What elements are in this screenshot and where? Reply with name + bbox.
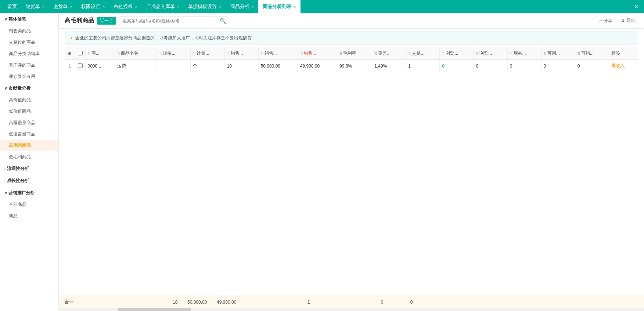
col-tag[interactable]: 标签	[609, 47, 638, 60]
sidebar-item-all-goods[interactable]: 全部商品	[0, 199, 58, 210]
sidebar-group-liquidity[interactable]: › 流通性分析	[0, 163, 58, 175]
sidebar-item-category-sales-rate[interactable]: 商品分类助销率	[0, 48, 58, 59]
nav-product-analysis[interactable]: 商品分析 ×	[226, 0, 258, 13]
sidebar-item-high-coverage[interactable]: 高覆盖量商品	[0, 117, 58, 129]
close-purchase-order[interactable]: ×	[70, 4, 72, 9]
horizontal-scrollbar[interactable]	[59, 308, 644, 311]
sidebar-group-growth[interactable]: › 成长性分析	[0, 175, 58, 187]
sidebar-group-marketing[interactable]: ∨ 营销推广分析	[0, 187, 58, 199]
col-unit[interactable]: ⇅计量...	[191, 47, 224, 60]
share-button[interactable]: ↗ 分享	[596, 16, 615, 25]
col-sales1[interactable]: ⇅销售...	[224, 47, 258, 60]
col-sellable[interactable]: ⇅可销...	[575, 47, 609, 60]
col-gross-rate[interactable]: ⇅毛利率	[337, 47, 372, 60]
sidebar-item-traded-goods[interactable]: 交易过的商品	[0, 37, 58, 48]
row-current: 0	[507, 60, 541, 72]
select-all-checkbox[interactable]	[78, 51, 83, 55]
close-sales-order[interactable]: ×	[42, 4, 44, 9]
time-range-button[interactable]: 近一月	[97, 17, 116, 25]
content-area: 高毛利商品 近一月 🔍 ↗ 分享 ⬇ 导出 ✦ 企业的主要的利润都是这部分商品创…	[59, 13, 644, 311]
arrow-contribution-icon: ∨	[4, 86, 7, 90]
row-coverage: 1.49%	[372, 60, 406, 72]
page-title: 高毛利商品	[65, 17, 94, 25]
close-product-analysis[interactable]: ×	[252, 4, 254, 9]
export-button[interactable]: ⬇ 导出	[618, 16, 638, 25]
footer-transaction: 1	[283, 300, 313, 305]
sidebar-group-overall[interactable]: ∨ 整体信息	[0, 13, 58, 25]
col-sales3[interactable]: ⇅销售...	[298, 47, 337, 60]
sidebar: « ∨ 整体信息 销售类商品 交易过的商品 商品分类助销率 有库存的商品 库存资…	[0, 13, 59, 311]
footer-sales2: 50,000.00	[180, 300, 210, 305]
search-input[interactable]	[122, 18, 220, 23]
col-sales2[interactable]: ⇅销售...	[258, 47, 298, 60]
row-available: 0	[541, 60, 575, 72]
search-box: 🔍	[119, 17, 229, 25]
close-permission-settings[interactable]: ×	[102, 4, 105, 9]
col-name[interactable]: ⇅商品名称	[115, 47, 157, 60]
sidebar-item-stock-fund[interactable]: 库存资金占用	[0, 71, 58, 82]
row-unit: 个	[191, 60, 224, 72]
row-sales3: 49,900.00	[298, 60, 337, 72]
col-spec[interactable]: ⇅规格...	[157, 47, 191, 60]
table-header-row: ⚙ ⇅商... ⇅商品名称 ⇅规格... ⇅计量... ⇅销售... ⇅销售..…	[65, 47, 638, 60]
sidebar-item-new-goods[interactable]: 新品	[0, 210, 58, 222]
sidebar-group-contribution[interactable]: ∨ 贡献量分析	[0, 82, 58, 94]
scrollbar-thumb[interactable]	[118, 308, 191, 311]
row-name: 运费	[115, 60, 157, 72]
row-index: 1	[65, 60, 75, 72]
row-spec	[157, 60, 191, 72]
row-transaction: 1	[406, 60, 440, 72]
close-template-settings[interactable]: ×	[219, 4, 221, 9]
sidebar-item-high-margin[interactable]: 高毛利商品	[0, 140, 58, 151]
close-all-tabs[interactable]: ×	[632, 3, 641, 10]
close-product-analysis-list[interactable]: ×	[294, 4, 296, 9]
nav-product-analysis-list[interactable]: 商品分析列表 ×	[258, 0, 300, 13]
row-checkbox	[75, 60, 85, 72]
product-table: ⚙ ⇅商... ⇅商品名称 ⇅规格... ⇅计量... ⇅销售... ⇅销售..…	[65, 47, 638, 72]
nav-role-auth[interactable]: 角色授权 ×	[109, 0, 141, 13]
close-role-auth[interactable]: ×	[135, 4, 137, 9]
sidebar-item-high-value[interactable]: 高价值商品	[0, 94, 58, 106]
arrow-marketing-icon: ∨	[4, 191, 7, 195]
sidebar-item-in-stock-goods[interactable]: 有库存的商品	[0, 59, 58, 71]
share-icon: ↗	[598, 18, 602, 23]
sidebar-item-low-value[interactable]: 低价值商品	[0, 106, 58, 117]
arrow-growth-icon: ›	[4, 179, 6, 183]
info-icon: ✦	[69, 36, 73, 41]
row-tag: 高收入	[609, 60, 638, 72]
footer-summary: 合计: 10 50,000.00 49,900.00 1 0 0	[59, 296, 644, 308]
footer-browse2: 0	[357, 300, 386, 305]
col-code[interactable]: ⇅商...	[85, 47, 115, 60]
col-settings[interactable]: ⚙	[65, 47, 75, 60]
row-browse1[interactable]: 0	[440, 60, 474, 72]
row-browse2: 0	[474, 60, 507, 72]
col-transaction[interactable]: ⇅交易...	[406, 47, 440, 60]
search-icon[interactable]: 🔍	[220, 18, 226, 24]
row-code: 0000...	[85, 60, 115, 72]
close-product-inbound[interactable]: ×	[177, 4, 179, 9]
col-available[interactable]: ⇅可用...	[541, 47, 575, 60]
col-current[interactable]: ⇅现有...	[507, 47, 541, 60]
col-browse2[interactable]: ⇅浏览...	[474, 47, 507, 60]
sidebar-item-low-coverage[interactable]: 低覆盖量商品	[0, 129, 58, 140]
table-wrapper[interactable]: ⚙ ⇅商... ⇅商品名称 ⇅规格... ⇅计量... ⇅销售... ⇅销售..…	[59, 47, 644, 296]
nav-template-settings[interactable]: 单据模板设置 ×	[184, 0, 226, 13]
row-gross-rate: 99.8%	[337, 60, 372, 72]
row-sellable: 0	[575, 60, 609, 72]
row-sales2: 50,000.00	[258, 60, 298, 72]
nav-product-inbound[interactable]: 产成品入库单 ×	[142, 0, 184, 13]
table-row: 1 0000... 运费 个 10 50,000.00 49,900.00 99…	[65, 60, 638, 72]
col-coverage[interactable]: ⇅覆盖...	[372, 47, 406, 60]
col-browse1[interactable]: ⇅浏览...	[440, 47, 474, 60]
footer-current: 0	[386, 300, 415, 305]
sidebar-item-low-margin[interactable]: 低毛利商品	[0, 151, 58, 163]
nav-home[interactable]: 首页	[3, 0, 21, 13]
nav-purchase-order[interactable]: 进货单 ×	[49, 0, 76, 13]
row-select-checkbox[interactable]	[78, 63, 83, 68]
sidebar-item-sales-goods[interactable]: 销售类商品	[0, 25, 58, 37]
nav-sales-order[interactable]: 销货单 ×	[21, 0, 49, 13]
nav-permission-settings[interactable]: 权限设置 ×	[77, 0, 109, 13]
arrow-liquidity-icon: ›	[4, 167, 6, 171]
export-icon: ⬇	[621, 18, 625, 23]
sidebar-collapse-button[interactable]: «	[58, 17, 59, 26]
